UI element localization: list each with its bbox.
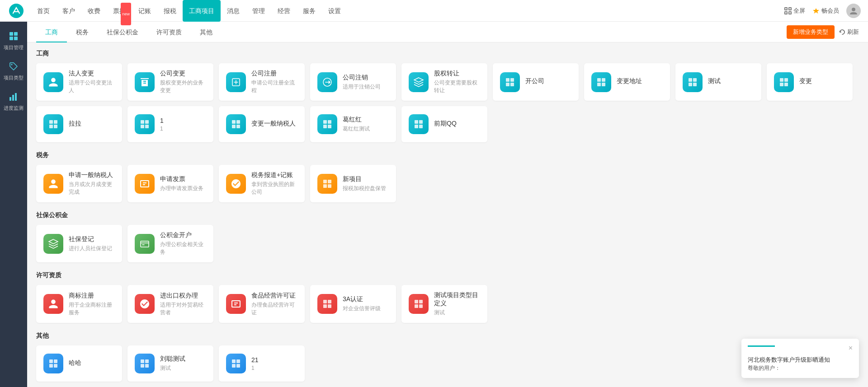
nav-item-operation[interactable]: 经营: [271, 0, 297, 22]
logo[interactable]: [7, 2, 25, 20]
card-title: 前期QQ: [434, 120, 480, 128]
refresh-button[interactable]: 刷新: [839, 28, 859, 36]
card-gongshang-4[interactable]: 股权转让 公司变更需要股权转让: [401, 63, 487, 101]
section-title-xuke: 许可资质: [36, 271, 859, 280]
card-desc: 测试: [434, 309, 480, 317]
card-shebao-1[interactable]: 公积金开户 办理公积金相关业务: [127, 225, 213, 262]
nav-item-manage[interactable]: 管理: [246, 0, 271, 22]
card-icon: [317, 294, 337, 314]
card-icon: [317, 174, 337, 194]
svg-rect-41: [232, 120, 236, 124]
tab-gongshang[interactable]: 工商: [36, 22, 67, 42]
card-title: 社保登记: [69, 235, 115, 243]
sidebar-item-progress[interactable]: 进度监测: [0, 86, 27, 116]
member-button[interactable]: 畅会员: [812, 7, 839, 15]
card-desc: 适用于对外贸易经营者: [160, 301, 206, 317]
card-desc: 进行人员社保登记: [69, 245, 115, 252]
nav-item-bookkeeping[interactable]: 记账: [132, 0, 157, 22]
card-gongshang-0[interactable]: 法人变更 适用于公司变更法人: [36, 63, 122, 101]
card-icon: [317, 72, 337, 92]
card-shuiwu-1[interactable]: 申请发票 办理申请发票业务: [127, 165, 213, 202]
nav-item-tax[interactable]: 报税: [157, 0, 183, 22]
card-xuke-0[interactable]: 商标注册 用于企业商标注册服务: [36, 285, 122, 323]
notif-close-button[interactable]: ×: [849, 344, 853, 352]
card-gongshang-10[interactable]: 1 1: [127, 106, 213, 142]
card-gongshang-1[interactable]: 公司变更 股权变更外的业务变更: [127, 63, 213, 101]
nav-item-fee[interactable]: 收费: [81, 0, 107, 22]
sidebar-item-project-manage[interactable]: 项目管理: [0, 25, 27, 56]
card-text: 葛红红 葛红红测试: [343, 116, 389, 133]
svg-rect-9: [9, 37, 13, 40]
notif-title: 河北税务数字账户升级影晒通知: [748, 356, 853, 364]
card-gongshang-13[interactable]: 前期QQ: [401, 106, 487, 142]
card-qita-1[interactable]: 刘聪测试 测试: [127, 345, 213, 382]
svg-rect-40: [145, 125, 149, 128]
svg-rect-32: [784, 83, 788, 86]
cards-grid-gongshang: 法人变更 适用于公司变更法人 公司变更 股权变更外的业务变更 公: [36, 63, 859, 142]
fullscreen-button[interactable]: 全屏: [784, 7, 805, 15]
card-gongshang-2[interactable]: 公司注册 申请公司注册全流程: [219, 63, 305, 101]
card-qita-2[interactable]: 21 1: [219, 345, 305, 382]
svg-point-11: [11, 64, 13, 65]
user-avatar[interactable]: [846, 4, 861, 18]
card-shuiwu-2[interactable]: 税务报道+记账 拿到营业执照的新公司: [219, 165, 305, 202]
card-gongshang-8[interactable]: 变更: [767, 63, 853, 101]
nav-item-message[interactable]: 消息: [221, 0, 246, 22]
card-desc: 测试: [160, 364, 206, 372]
card-gongshang-3[interactable]: 公司注销 适用于注销公司: [310, 63, 396, 101]
card-title: 开公司: [525, 77, 571, 85]
card-icon: [591, 72, 611, 92]
card-icon: [135, 174, 155, 194]
tab-qita[interactable]: 其他: [191, 22, 222, 42]
card-gongshang-7[interactable]: 测试: [675, 63, 761, 101]
card-title: 哈哈: [69, 359, 115, 367]
card-shebao-0[interactable]: 社保登记 进行人员社保登记: [36, 225, 122, 262]
card-gongshang-11[interactable]: 变更一般纳税人: [219, 106, 305, 142]
nav-item-business[interactable]: 工商项目: [183, 0, 221, 22]
card-title: 新项目: [343, 175, 389, 183]
nav-item-ticket[interactable]: 票据: [107, 0, 132, 22]
card-xuke-3[interactable]: 3A认证 对企业信誉评级: [310, 285, 396, 323]
card-title: 申请发票: [160, 175, 206, 183]
card-text: 开公司: [525, 77, 571, 87]
svg-rect-65: [419, 304, 423, 308]
nav-item-customer[interactable]: 客户: [56, 0, 81, 22]
svg-rect-28: [693, 83, 697, 86]
card-text: 1 1: [160, 117, 206, 132]
card-gongshang-6[interactable]: 变更地址: [584, 63, 670, 101]
sub-tabs: 工商 税务 社保公积金 许可资质 其他 新增业务类型 刷新: [27, 22, 868, 42]
card-xuke-4[interactable]: 测试项目类型目定义 测试: [401, 285, 487, 323]
nav-item-settings[interactable]: 设置: [322, 0, 347, 22]
nav-item-home[interactable]: 首页: [31, 0, 56, 22]
card-desc: 公司变更需要股权转让: [434, 79, 480, 94]
card-icon: [409, 114, 429, 134]
notif-accent-bar: [748, 345, 775, 347]
svg-rect-67: [54, 359, 57, 363]
card-title: 公司注册: [251, 70, 297, 78]
svg-rect-53: [323, 180, 327, 183]
tab-xuke[interactable]: 许可资质: [147, 22, 191, 42]
tab-shuiwu[interactable]: 税务: [67, 22, 98, 42]
card-gongshang-5[interactable]: 开公司: [493, 63, 579, 101]
card-text: 进出口权办理 适用于对外贸易经营者: [160, 292, 206, 317]
sidebar-item-label: 进度监测: [4, 105, 24, 112]
svg-rect-4: [789, 12, 791, 14]
nav-item-service[interactable]: 服务: [297, 0, 322, 22]
card-text: 变更一般纳税人: [251, 120, 297, 129]
sidebar-item-project-type[interactable]: 项目类型: [0, 56, 27, 86]
card-desc: 拿到营业执照的新公司: [251, 181, 297, 196]
card-shuiwu-0[interactable]: 申请一般纳税人 当月或次月成变更完成: [36, 165, 122, 202]
card-gongshang-12[interactable]: 葛红红 葛红红测试: [310, 106, 396, 142]
card-title: 变更: [799, 77, 845, 85]
svg-rect-30: [784, 78, 788, 82]
card-text: 股权转让 公司变更需要股权转让: [434, 70, 480, 94]
card-xuke-2[interactable]: 食品经营许可证 办理食品经营许可证: [219, 285, 305, 323]
card-qita-0[interactable]: 哈哈: [36, 345, 122, 382]
svg-rect-8: [14, 32, 18, 36]
card-shuiwu-3[interactable]: 新项目 报税加税控盘保管: [310, 165, 396, 202]
card-xuke-1[interactable]: 进出口权办理 适用于对外贸易经营者: [127, 285, 213, 323]
svg-rect-18: [510, 78, 514, 82]
new-type-button[interactable]: 新增业务类型: [787, 25, 835, 39]
card-gongshang-9[interactable]: 拉拉: [36, 106, 122, 142]
svg-rect-52: [419, 125, 423, 128]
